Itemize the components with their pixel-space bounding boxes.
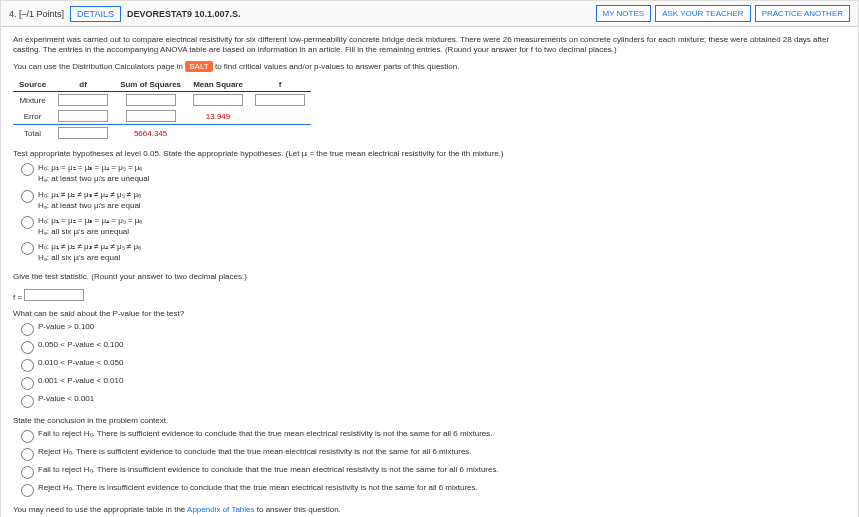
total-ss-value: 5664.345 — [114, 125, 187, 142]
f-label: f = — [13, 292, 22, 301]
mixture-ms-input[interactable] — [193, 94, 243, 106]
pval-radio-4[interactable] — [21, 377, 34, 390]
pval-opt-1: P-value > 0.100 — [38, 322, 94, 331]
salt-badge[interactable]: SALT — [185, 61, 212, 72]
intro-text: An experiment was carried out to compare… — [13, 35, 846, 56]
question-header: 4. [–/1 Points] DETAILS DEVORESTAT9 10.1… — [1, 1, 858, 27]
col-ms: Mean Square — [187, 78, 249, 92]
row-error-label: Error — [13, 108, 52, 125]
concl-opt-2: Reject H₀. There is sufficient evidence … — [38, 447, 472, 456]
pval-radio-1[interactable] — [21, 323, 34, 336]
mixture-ss-input[interactable] — [126, 94, 176, 106]
hyp3-ha: Hₐ: all six μᵢ's are unequal — [38, 226, 142, 237]
hyp2-ha: Hₐ: at least two μᵢ's are equal — [38, 200, 141, 211]
pval-radio-2[interactable] — [21, 341, 34, 354]
hyp2-h0: H₀: μ₁ ≠ μ₂ ≠ μ₃ ≠ μ₄ ≠ μ₅ ≠ μ₆ — [38, 189, 141, 200]
hyp1-h0: H₀: μ₁ = μ₂ = μ₃ = μ₄ = μ₅ = μ₆ — [38, 162, 150, 173]
book-reference: DEVORESTAT9 10.1.007.S. — [127, 9, 241, 19]
practice-another-button[interactable]: PRACTICE ANOTHER — [755, 5, 850, 22]
conclusion-prompt: State the conclusion in the problem cont… — [13, 416, 846, 425]
error-ss-input[interactable] — [126, 110, 176, 122]
hyp1-ha: Hₐ: at least two μᵢ's are unequal — [38, 173, 150, 184]
ask-teacher-button[interactable]: ASK YOUR TEACHER — [655, 5, 751, 22]
details-button[interactable]: DETAILS — [70, 6, 121, 22]
hypotheses-prompt: Test appropriate hypotheses at level 0.0… — [13, 149, 846, 158]
total-df-input[interactable] — [58, 127, 108, 139]
salt-line: You can use the Distribution Calculators… — [13, 62, 846, 72]
pval-radio-5[interactable] — [21, 395, 34, 408]
mixture-df-input[interactable] — [58, 94, 108, 106]
f-input[interactable] — [24, 289, 84, 301]
salt-text-b: to find critical values and/or p-values … — [213, 62, 460, 71]
anova-table: Source df Sum of Squares Mean Square f M… — [13, 78, 311, 141]
col-df: df — [52, 78, 114, 92]
teststat-prompt: Give the test statistic. (Round your ans… — [13, 272, 846, 281]
concl-opt-3: Fail to reject H₀. There is insufficient… — [38, 465, 499, 474]
pval-opt-5: P-value < 0.001 — [38, 394, 94, 403]
pval-opt-2: 0.050 < P-value < 0.100 — [38, 340, 123, 349]
hyp-radio-2[interactable] — [21, 190, 34, 203]
question-number: 4. [–/1 Points] — [9, 9, 64, 19]
concl-opt-1: Fail to reject H₀. There is sufficient e… — [38, 429, 492, 438]
col-ss: Sum of Squares — [114, 78, 187, 92]
hyp4-ha: Hₐ: all six μᵢ's are equal — [38, 252, 141, 263]
concl-radio-3[interactable] — [21, 466, 34, 479]
concl-radio-2[interactable] — [21, 448, 34, 461]
row-mixture-label: Mixture — [13, 92, 52, 109]
appendix-a: You may need to use the appropriate tabl… — [13, 505, 187, 514]
hyp3-h0: H₀: μ₁ = μ₂ = μ₃ = μ₄ = μ₅ = μ₆ — [38, 215, 142, 226]
row-total-label: Total — [13, 125, 52, 142]
hyp4-h0: H₀: μ₁ ≠ μ₂ ≠ μ₃ ≠ μ₄ ≠ μ₅ ≠ μ₆ — [38, 241, 141, 252]
error-df-input[interactable] — [58, 110, 108, 122]
concl-radio-1[interactable] — [21, 430, 34, 443]
mixture-f-input[interactable] — [255, 94, 305, 106]
concl-opt-4: Reject H₀. There is insufficient evidenc… — [38, 483, 478, 492]
col-source: Source — [13, 78, 52, 92]
appendix-line: You may need to use the appropriate tabl… — [13, 505, 846, 514]
appendix-b: to answer this question. — [255, 505, 341, 514]
hyp-radio-4[interactable] — [21, 242, 34, 255]
col-f: f — [249, 78, 311, 92]
salt-text-a: You can use the Distribution Calculators… — [13, 62, 185, 71]
hyp-radio-1[interactable] — [21, 163, 34, 176]
pval-radio-3[interactable] — [21, 359, 34, 372]
pvalue-prompt: What can be said about the P-value for t… — [13, 309, 846, 318]
appendix-link[interactable]: Appendix of Tables — [187, 505, 254, 514]
pval-opt-4: 0.001 < P-value < 0.010 — [38, 376, 123, 385]
pval-opt-3: 0.010 < P-value < 0.050 — [38, 358, 123, 367]
hyp-radio-3[interactable] — [21, 216, 34, 229]
my-notes-button[interactable]: MY NOTES — [596, 5, 652, 22]
error-ms-value: 13.949 — [187, 108, 249, 125]
concl-radio-4[interactable] — [21, 484, 34, 497]
